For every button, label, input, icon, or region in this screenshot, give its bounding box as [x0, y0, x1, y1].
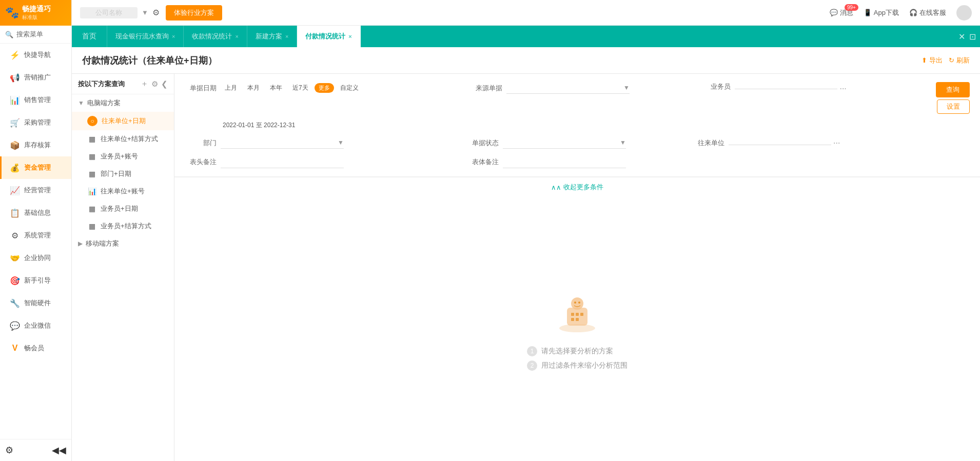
content-area: 按以下方案查询 ＋ ⚙ ❮ ▼ 电脑端方案 ○ [72, 74, 980, 461]
tab-bank-flow[interactable]: 现金银行流水查询 × [107, 26, 184, 47]
page-actions: ⬆ 导出 ↻ 刷新 [922, 56, 970, 65]
sidebar-item-guide[interactable]: 🎯 新手引导 [0, 269, 71, 292]
sidebar-item-label: 畅会员 [24, 344, 44, 353]
sidebar-item-vip[interactable]: V 畅会员 [0, 337, 71, 359]
head-note-label: 表头备注 [185, 157, 221, 167]
scheme-item-3[interactable]: ▦ 部门+日期 [72, 165, 174, 183]
tab-payment-stats[interactable]: 付款情况统计 × [297, 26, 360, 47]
counterpart-dots[interactable]: ··· [833, 138, 840, 148]
scheme-item-5[interactable]: ▦ 业务员+日期 [72, 200, 174, 217]
trial-btn[interactable]: 体验行业方案 [166, 5, 222, 21]
dept-select[interactable]: ▼ [221, 137, 344, 149]
scheme-add-icon[interactable]: ＋ [141, 79, 148, 89]
date-option-this-month[interactable]: 本月 [243, 82, 264, 94]
scheme-panel: 按以下方案查询 ＋ ⚙ ❮ ▼ 电脑端方案 ○ [72, 74, 174, 461]
scheme-item-table-icon: ▦ [87, 152, 96, 161]
svg-point-9 [578, 302, 580, 304]
collapse-btn[interactable]: ∧∧ 收起更多条件 [174, 177, 980, 197]
topbar-settings-icon[interactable]: ⚙ [152, 8, 160, 17]
scheme-item-2[interactable]: ▦ 业务员+账号 [72, 148, 174, 165]
scheme-group-mobile: ▶ 移动端方案 [72, 235, 174, 252]
sidebar-bottom-settings-icon[interactable]: ⚙ [5, 445, 13, 456]
date-option-last-month[interactable]: 上月 [221, 82, 241, 94]
sidebar-item-purchase[interactable]: 🛒 采购管理 [0, 111, 71, 134]
scheme-item-label: 往来单位+结算方式 [101, 134, 158, 144]
status-label: 单据状态 [467, 138, 503, 148]
svg-rect-3 [576, 313, 579, 316]
tabs-expand-icon[interactable]: ⊡ [969, 32, 976, 42]
date-option-custom[interactable]: 自定义 [336, 82, 363, 94]
scheme-item-label: 业务员+结算方式 [101, 222, 151, 231]
main: 公司名称 ▼ ⚙ 体验行业方案 💬 消息 99+ 📱 App下载 🎧 在线客服 [72, 0, 980, 461]
scheme-collapse-icon[interactable]: ❮ [161, 79, 168, 89]
body-note-input[interactable] [503, 156, 626, 168]
sidebar-search[interactable]: 🔍 搜索菜单 [0, 26, 71, 44]
scheme-panel-header-label: 按以下方案查询 [78, 79, 125, 89]
dept-label: 部门 [185, 138, 221, 148]
sidebar-item-inventory[interactable]: 📦 库存核算 [0, 134, 71, 156]
counterpart-select[interactable] [729, 141, 831, 145]
tab-home[interactable]: 首页 [72, 26, 107, 47]
scheme-item-6[interactable]: ▦ 业务员+结算方式 [72, 217, 174, 235]
refresh-btn[interactable]: ↻ 刷新 [949, 56, 970, 65]
sidebar-nav: ⚡ 快捷导航 📢 营销推广 📊 销售管理 🛒 采购管理 📦 库存核算 💰 [0, 44, 71, 439]
enterprise-icon: 🤝 [10, 253, 20, 263]
tab-receipt-stats[interactable]: 收款情况统计 × [184, 26, 247, 47]
topbar-company-area: 公司名称 ▼ ⚙ [80, 7, 160, 18]
salesman-dots[interactable]: ... [839, 82, 846, 91]
sidebar-item-operation[interactable]: 📈 经营管理 [0, 179, 71, 202]
salesman-select[interactable] [735, 85, 837, 89]
tab-new-scheme-close[interactable]: × [285, 33, 288, 39]
scheme-group-desktop: ▼ 电脑端方案 ○ 往来单位+日期 ▦ 往来单位+结算方式 ▦ [72, 94, 174, 235]
sidebar-item-sales[interactable]: 📊 销售管理 [0, 89, 71, 111]
set-btn[interactable]: 设置 [937, 99, 970, 114]
topbar-app-download[interactable]: 📱 App下载 [864, 8, 899, 17]
tab-new-scheme-label: 新建方案 [256, 32, 282, 41]
head-note-input[interactable] [221, 156, 344, 168]
scheme-settings-icon[interactable]: ⚙ [151, 79, 158, 89]
topbar-online-service[interactable]: 🎧 在线客服 [909, 8, 946, 17]
topbar-avatar[interactable] [956, 5, 972, 21]
scheme-item-label: 部门+日期 [101, 169, 131, 178]
basic-info-icon: 📋 [10, 208, 20, 218]
export-btn[interactable]: ⬆ 导出 [922, 56, 943, 65]
export-icon: ⬆ [922, 56, 927, 64]
svg-point-7 [571, 297, 583, 310]
tab-new-scheme[interactable]: 新建方案 × [247, 26, 297, 47]
scheme-panel-header: 按以下方案查询 ＋ ⚙ ❮ [72, 74, 174, 94]
empty-tips: 1 请先选择要分析的方案 2 用过滤条件来缩小分析范围 [527, 346, 628, 371]
scheme-group-mobile-header[interactable]: ▶ 移动端方案 [72, 235, 174, 252]
query-btn[interactable]: 查询 [936, 82, 970, 97]
body-note-label: 表体备注 [467, 157, 503, 167]
scheme-panel-icons: ＋ ⚙ ❮ [141, 79, 168, 89]
sidebar-item-weixin[interactable]: 💬 企业微信 [0, 314, 71, 337]
sidebar-item-fund[interactable]: 💰 资金管理 [0, 156, 71, 179]
status-select[interactable]: ▼ [503, 137, 626, 149]
tab-receipt-close[interactable]: × [235, 33, 238, 39]
tab-bank-flow-close[interactable]: × [172, 33, 175, 39]
sidebar-item-label: 智能硬件 [24, 298, 51, 308]
date-option-7days[interactable]: 近7天 [288, 82, 312, 94]
sidebar-item-enterprise[interactable]: 🤝 企业协同 [0, 247, 71, 269]
tabs-close-all-icon[interactable]: ✕ [958, 32, 965, 42]
source-select[interactable]: ▼ [506, 82, 630, 94]
sidebar: 🐾 畅捷通巧 标准版 🔍 搜索菜单 ⚡ 快捷导航 📢 营销推广 📊 销售管理 [0, 0, 72, 461]
scheme-item-0[interactable]: ○ 往来单位+日期 [72, 112, 174, 130]
sidebar-item-quick-nav[interactable]: ⚡ 快捷导航 [0, 44, 71, 66]
topbar-messages[interactable]: 💬 消息 99+ [830, 8, 853, 17]
scheme-item-4[interactable]: 📊 往来单位+账号 [72, 183, 174, 200]
sidebar-item-basic-info[interactable]: 📋 基础信息 [0, 202, 71, 224]
sidebar-collapse-icon[interactable]: ◀◀ [52, 445, 66, 456]
date-option-this-year[interactable]: 本年 [266, 82, 286, 94]
sidebar-item-hardware[interactable]: 🔧 智能硬件 [0, 292, 71, 314]
scheme-item-1[interactable]: ▦ 往来单位+结算方式 [72, 130, 174, 148]
sidebar-item-label: 营销推广 [24, 73, 51, 82]
tabs-bar: 首页 现金银行流水查询 × 收款情况统计 × 新建方案 × 付款情况统计 × ✕… [72, 26, 980, 47]
app-download-label: App下载 [874, 8, 899, 17]
sidebar-item-marketing[interactable]: 📢 营销推广 [0, 66, 71, 89]
tab-payment-close[interactable]: × [348, 33, 351, 39]
date-option-more[interactable]: 更多 [315, 83, 334, 93]
topbar-dropdown-icon[interactable]: ▼ [142, 9, 148, 16]
scheme-group-desktop-header[interactable]: ▼ 电脑端方案 [72, 94, 174, 112]
sidebar-item-system[interactable]: ⚙ 系统管理 [0, 224, 71, 247]
